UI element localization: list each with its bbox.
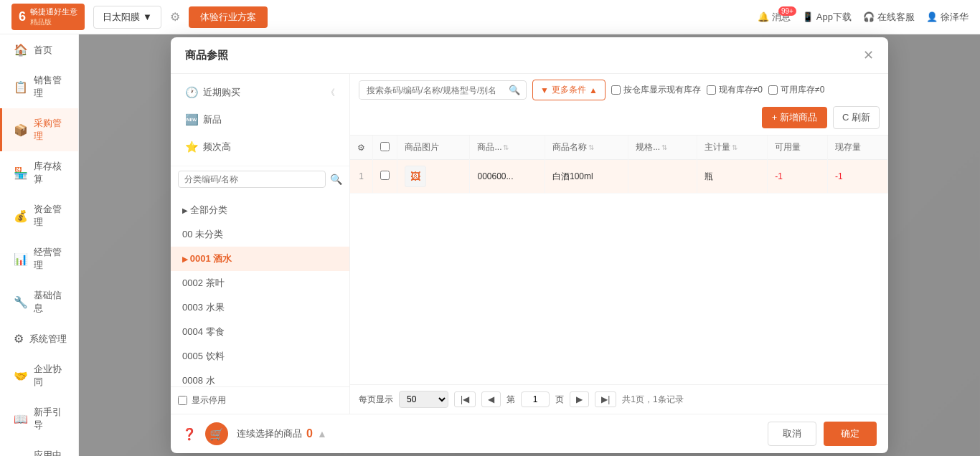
modal-close-button[interactable]: ✕ bbox=[863, 47, 874, 63]
product-search-input[interactable] bbox=[359, 82, 503, 99]
row-stock-cell: -1 bbox=[828, 160, 888, 194]
sidebar-item-system[interactable]: ⚙ 系统管理 bbox=[0, 323, 78, 354]
modal-left-panel: 🕐 近期购买 《 🆕 新品 ⭐ 频次高 bbox=[171, 74, 350, 414]
sidebar-item-operations[interactable]: 📊 经营管理 bbox=[0, 237, 78, 280]
selected-count: 0 bbox=[306, 427, 313, 440]
add-product-button[interactable]: + 新增商品 bbox=[762, 107, 827, 128]
show-disabled-label[interactable]: 显示停用 bbox=[192, 394, 226, 407]
more-conditions-button[interactable]: ▼ 更多条件 ▲ bbox=[532, 80, 606, 100]
new-products-button[interactable]: 🆕 新品 bbox=[178, 108, 342, 131]
sidebar-label-enterprise: 企业协同 bbox=[34, 363, 67, 389]
modal-header: 商品参照 ✕ bbox=[171, 37, 888, 74]
category-all-label: 全部分类 bbox=[190, 204, 227, 215]
category-drinks[interactable]: 0005 饮料 bbox=[171, 344, 349, 369]
th-settings[interactable]: ⚙ bbox=[350, 136, 373, 160]
prev-page-button[interactable]: ◀ bbox=[481, 391, 501, 407]
sidebar-item-apps[interactable]: 📱 应用中心 bbox=[0, 440, 78, 456]
sidebar-label-operations: 经营管理 bbox=[34, 246, 67, 272]
sidebar-label-finance: 资金管理 bbox=[34, 203, 67, 229]
table-row[interactable]: 1 🖼 000600... 白酒100ml 瓶 bbox=[350, 160, 888, 194]
collapse-selected-icon[interactable]: ▲ bbox=[317, 428, 327, 440]
th-checkbox[interactable] bbox=[373, 136, 397, 160]
category-tea[interactable]: 0002 茶叶 bbox=[171, 271, 349, 295]
finance-icon: 💰 bbox=[14, 209, 28, 223]
store-dropdown[interactable]: 日太阳膜 ▼ bbox=[93, 6, 161, 29]
th-unit[interactable]: 主计量⇅ bbox=[697, 136, 768, 160]
enterprise-icon: 🤝 bbox=[14, 369, 28, 383]
available-nonzero-checkbox[interactable] bbox=[768, 85, 778, 95]
gear-icon[interactable]: ⚙ bbox=[170, 10, 180, 24]
row-checkbox[interactable] bbox=[380, 171, 390, 180]
row-checkbox-cell[interactable] bbox=[373, 160, 397, 194]
sidebar-item-sales[interactable]: 📋 销售管理 bbox=[0, 65, 78, 108]
last-page-button[interactable]: ▶| bbox=[595, 391, 616, 407]
message-badge: 99+ bbox=[778, 6, 796, 16]
sidebar-item-finance[interactable]: 💰 资金管理 bbox=[0, 194, 78, 237]
category-snack[interactable]: 0004 零食 bbox=[171, 320, 349, 344]
stock-nonzero-checkbox[interactable] bbox=[707, 85, 716, 95]
category-fruit-label: 0003 水果 bbox=[182, 302, 225, 313]
category-fruit[interactable]: 0003 水果 bbox=[171, 295, 349, 320]
category-search-icon[interactable]: 🔍 bbox=[330, 174, 342, 185]
row-spec-cell bbox=[628, 160, 697, 194]
frequent-button[interactable]: ⭐ 频次高 bbox=[178, 136, 342, 158]
cart-icon[interactable]: 🛒 bbox=[205, 422, 228, 445]
purchase-icon: 📦 bbox=[14, 123, 28, 137]
th-code[interactable]: 商品...⇅ bbox=[470, 136, 545, 160]
messages-button[interactable]: 🔔 消息 99+ bbox=[758, 11, 791, 24]
confirm-button[interactable]: 确定 bbox=[824, 422, 877, 446]
help-icon[interactable]: ❓ bbox=[182, 427, 197, 441]
th-available: 可用量 bbox=[768, 136, 828, 160]
recent-purchase-button[interactable]: 🕐 近期购买 《 bbox=[178, 81, 342, 104]
row-num: 1 bbox=[350, 160, 373, 194]
chevron-down-icon: ▼ bbox=[143, 11, 152, 22]
th-stock: 现存量 bbox=[828, 136, 888, 160]
page-number-input[interactable] bbox=[521, 391, 550, 407]
sidebar-item-guide[interactable]: 📖 新手引导 bbox=[0, 397, 78, 440]
filter-icon: ▼ bbox=[540, 85, 549, 95]
sidebar-item-purchase[interactable]: 📦 采购管理 bbox=[0, 108, 78, 151]
sidebar-label-system: 系统管理 bbox=[29, 333, 67, 346]
refresh-button[interactable]: C 刷新 bbox=[833, 106, 880, 129]
sidebar-item-inventory[interactable]: 🏪 库存核算 bbox=[0, 151, 78, 194]
category-liquor[interactable]: 0001 酒水 bbox=[171, 247, 349, 271]
headset-icon: 🎧 bbox=[863, 11, 875, 22]
sales-icon: 📋 bbox=[14, 80, 28, 94]
warehouse-filter-checkbox[interactable] bbox=[611, 85, 621, 95]
page-size-select[interactable]: 50 100 200 bbox=[399, 391, 448, 408]
online-service-button[interactable]: 🎧 在线客服 bbox=[863, 11, 915, 24]
next-page-button[interactable]: ▶ bbox=[570, 391, 589, 407]
page-label-suffix: 页 bbox=[555, 394, 564, 406]
sidebar-item-home[interactable]: 🏠 首页 bbox=[0, 34, 78, 65]
modal-action-buttons: 取消 确定 bbox=[768, 422, 877, 446]
available-nonzero-label[interactable]: 可用库存≠0 bbox=[768, 84, 824, 96]
quick-links: 🕐 近期购买 《 🆕 新品 ⭐ 频次高 bbox=[171, 74, 349, 166]
logo[interactable]: 6 畅捷通好生意 精品版 bbox=[11, 4, 85, 29]
th-spec[interactable]: 规格...⇅ bbox=[628, 136, 697, 160]
user-menu[interactable]: 👤 徐泽华 bbox=[926, 11, 969, 24]
category-uncategorized[interactable]: 00 未分类 bbox=[171, 222, 349, 247]
sidebar-item-enterprise[interactable]: 🤝 企业协同 bbox=[0, 354, 78, 397]
inventory-icon: 🏪 bbox=[14, 166, 28, 180]
show-disabled-checkbox[interactable] bbox=[178, 396, 187, 405]
first-page-button[interactable]: |◀ bbox=[454, 391, 476, 407]
cancel-button[interactable]: 取消 bbox=[768, 422, 816, 446]
select-all-checkbox[interactable] bbox=[380, 142, 390, 151]
row-code-cell: 000600... bbox=[470, 160, 545, 194]
app-download-button[interactable]: 📱 App下载 bbox=[802, 11, 852, 24]
stock-nonzero-label[interactable]: 现有库存≠0 bbox=[707, 84, 763, 96]
category-water[interactable]: 0008 水 bbox=[171, 369, 349, 386]
operations-icon: 📊 bbox=[14, 252, 28, 266]
modal-right-panel: 🔍 ▼ 更多条件 ▲ 按仓库显示现有库存 bbox=[350, 74, 888, 414]
trial-button[interactable]: 体验行业方案 bbox=[189, 6, 268, 28]
th-name[interactable]: 商品名称⇅ bbox=[545, 136, 628, 160]
sort-icon-spec: ⇅ bbox=[661, 143, 667, 151]
sidebar-item-basics[interactable]: 🔧 基础信息 bbox=[0, 280, 78, 323]
app-label: App下载 bbox=[816, 11, 852, 24]
category-search-input[interactable] bbox=[178, 171, 326, 188]
service-label: 在线客服 bbox=[877, 11, 915, 24]
product-search-icon[interactable]: 🔍 bbox=[503, 81, 526, 99]
category-all[interactable]: 全部分类 bbox=[171, 198, 349, 222]
sort-icon-unit: ⇅ bbox=[732, 143, 738, 151]
warehouse-filter-label[interactable]: 按仓库显示现有库存 bbox=[611, 84, 701, 96]
